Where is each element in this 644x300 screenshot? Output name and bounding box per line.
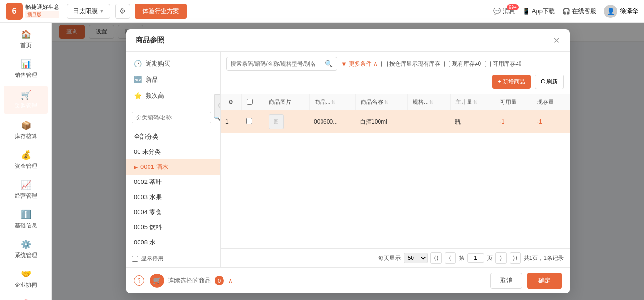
total-info: 共1页，1条记录 <box>524 254 564 262</box>
continuous-label: 连续选择的商品 <box>168 276 211 285</box>
cart-area: 🛒 连续选择的商品 0 ∧ <box>150 274 233 288</box>
show-disabled-checkbox[interactable] <box>132 256 138 262</box>
online-service-item[interactable]: 🎧 在线客服 <box>562 7 596 16</box>
refresh-list-button[interactable]: C 刷新 <box>535 75 564 89</box>
tab-new-label: 新品 <box>146 75 158 84</box>
sidebar-item-home[interactable]: 🏠 首页 <box>0 25 51 54</box>
cart-icon: 🛒 <box>150 274 164 288</box>
check-warehouse-label[interactable]: 按仓库显示现有库存 <box>381 60 440 68</box>
toolbar-right: + 新增商品 C 刷新 <box>492 75 564 89</box>
logo-text: 畅捷通好生意 <box>25 4 59 11</box>
finance-icon: 💰 <box>21 150 31 160</box>
check-stock[interactable] <box>444 61 450 67</box>
category-search-input[interactable] <box>132 112 211 123</box>
logo-area: 6 畅捷通好生意 插旦版 <box>6 3 62 20</box>
category-snack[interactable]: 0004 零食 <box>126 205 220 220</box>
sidebar-item-sales[interactable]: 📊 销售管理 <box>0 54 51 84</box>
first-page-button[interactable]: ⟨⟨ <box>430 252 442 264</box>
row-available: -1 <box>495 110 532 133</box>
logo-badge: 插旦版 <box>25 11 59 18</box>
table-row[interactable]: 1 图 000600... 白酒100ml 瓶 <box>221 110 570 133</box>
category-tea[interactable]: 0002 茶叶 <box>126 175 220 190</box>
per-page-label: 每页显示 <box>378 254 401 262</box>
th-checkbox[interactable] <box>241 94 264 110</box>
th-img: 商品图片 <box>264 94 310 110</box>
app-download-item[interactable]: 📱 App下载 <box>522 7 555 16</box>
settings-icon[interactable]: ⚙ <box>115 4 130 19</box>
collapse-cart-icon[interactable]: ∧ <box>228 276 233 285</box>
next-page-button[interactable]: ⟩ <box>495 252 507 264</box>
category-tea-label: 0002 茶叶 <box>134 178 162 186</box>
row-unit: 瓶 <box>450 110 495 133</box>
row-stock: -1 <box>532 110 570 133</box>
user-area[interactable]: 👤 徐泽华 <box>604 5 638 18</box>
per-page-select[interactable]: 50 10 20 100 <box>404 253 428 263</box>
online-service-label: 在线客服 <box>572 7 596 16</box>
category-all[interactable]: 全部分类 <box>126 129 220 144</box>
nav-arrow-icon: ▼ <box>99 8 104 14</box>
sidebar-label-sales: 销售管理 <box>15 71 37 79</box>
row-select[interactable] <box>246 118 252 124</box>
confirm-button[interactable]: 确定 <box>527 273 562 289</box>
tab-recent-label: 近期购买 <box>146 59 170 68</box>
sidebar-label-inventory: 库存核算 <box>15 133 37 141</box>
th-spec[interactable]: 规格...⇅ <box>408 94 451 110</box>
message-item[interactable]: 💬 消息 99+ <box>493 7 515 16</box>
top-header: 6 畅捷通好生意 插旦版 日太阳膜 ▼ ⚙ 体验行业方案 💬 消息 99+ 📱 … <box>0 0 644 23</box>
check-warehouse[interactable] <box>381 61 388 67</box>
category-unclassified-label: 00 未分类 <box>134 148 161 156</box>
system-icon: ⚙️ <box>21 239 31 250</box>
page-number-input[interactable] <box>467 253 484 263</box>
prev-page-button[interactable]: ⟨ <box>445 252 456 264</box>
product-table-container: ⚙ 商品图片 商品...⇅ 商品名称⇅ 规格...⇅ 主计量⇅ 可用量 现存量 <box>221 94 570 248</box>
more-filter-button[interactable]: ▼ 更多条件 ∧ <box>341 60 378 68</box>
th-unit[interactable]: 主计量⇅ <box>450 94 495 110</box>
sidebar-item-inventory[interactable]: 📦 库存核算 <box>0 116 51 145</box>
tab-recent-purchase[interactable]: 🕐 近期购买 <box>126 56 220 72</box>
collapse-panel-button[interactable]: 《 <box>214 94 221 117</box>
category-liquor[interactable]: ▶ 0001 酒水 <box>126 159 220 175</box>
check-stock-label[interactable]: 现有库存≠0 <box>444 60 481 68</box>
product-search-button[interactable]: 🔍 <box>321 60 337 67</box>
page-suffix: 页 <box>487 254 493 262</box>
category-liquor-label: 0001 酒水 <box>140 163 168 171</box>
sidebar-item-system[interactable]: ⚙️ 系统管理 <box>0 234 51 264</box>
tab-new-products[interactable]: 🆕 新品 <box>126 72 220 88</box>
sidebar-item-management[interactable]: 📈 经营管理 <box>0 175 51 205</box>
th-code[interactable]: 商品...⇅ <box>309 94 355 110</box>
sidebar-item-finance[interactable]: 💰 资金管理 <box>0 145 51 175</box>
product-search-input[interactable] <box>227 60 321 67</box>
tab-frequent[interactable]: ⭐ 频次高 <box>126 88 220 104</box>
sidebar-label-home: 首页 <box>20 42 32 50</box>
modal-header: 商品参照 ✕ <box>126 29 570 52</box>
category-drinks[interactable]: 0005 饮料 <box>126 220 220 235</box>
frequent-icon: ⭐ <box>134 92 142 100</box>
check-available-label[interactable]: 可用库存≠0 <box>485 60 521 68</box>
row-checkbox[interactable] <box>241 110 264 133</box>
cancel-button[interactable]: 取消 <box>490 273 522 289</box>
experience-button[interactable]: 体验行业方案 <box>135 4 187 19</box>
add-product-button[interactable]: + 新增商品 <box>492 75 531 89</box>
category-unclassified[interactable]: 00 未分类 <box>126 144 220 159</box>
right-toolbar: 🔍 ▼ 更多条件 ∧ 按仓库显示现有库存 <box>221 52 570 94</box>
th-name[interactable]: 商品名称⇅ <box>355 94 407 110</box>
modal-dialog: 商品参照 ✕ 🕐 近期购买 🆕 <box>126 29 570 293</box>
check-available[interactable] <box>485 61 491 67</box>
nav-selector[interactable]: 日太阳膜 ▼ <box>67 4 110 19</box>
category-list: 全部分类 00 未分类 ▶ 0001 酒水 0002 茶叶 <box>126 127 220 250</box>
sidebar-item-purchase[interactable]: 🛒 采购管理 <box>4 86 48 114</box>
category-water[interactable]: 0008 水 <box>126 235 220 250</box>
sidebar-item-enterprise[interactable]: 🤝 企业协同 <box>0 264 51 294</box>
sidebar-label-finance: 资金管理 <box>15 162 37 170</box>
sidebar-item-base[interactable]: ℹ️ 基础信息 <box>0 205 51 234</box>
sidebar-item-guide[interactable]: 🎯 新手引导 <box>0 294 51 300</box>
th-settings[interactable]: ⚙ <box>221 94 241 110</box>
left-panel-tabs: 🕐 近期购买 🆕 新品 ⭐ 频次高 <box>126 52 220 108</box>
filter-arrow-icon: ∧ <box>373 60 378 67</box>
recent-icon: 🕐 <box>134 60 142 67</box>
help-button[interactable]: ? <box>134 275 144 286</box>
select-all-checkbox[interactable] <box>247 99 253 105</box>
modal-close-button[interactable]: ✕ <box>553 36 560 45</box>
last-page-button[interactable]: ⟩⟩ <box>510 252 521 264</box>
category-fruit[interactable]: 0003 水果 <box>126 190 220 205</box>
